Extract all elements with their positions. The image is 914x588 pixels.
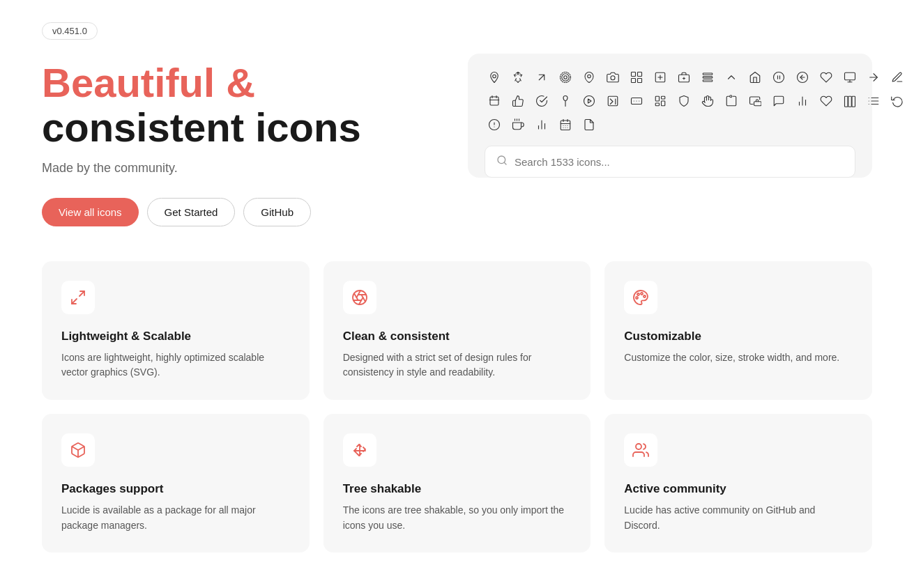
users-icon (632, 442, 649, 458)
hero-left: Beautiful & consistent icons Made by the… (42, 54, 361, 226)
svg-rect-14 (703, 73, 713, 75)
card-packages: Packages support Lucide is available as … (42, 414, 310, 552)
get-started-button[interactable]: Get Started (147, 198, 236, 226)
svg-point-0 (493, 75, 496, 78)
grid-icon-33 (816, 91, 836, 111)
svg-point-4 (588, 75, 591, 78)
svg-point-70 (643, 295, 646, 297)
card-desc-6: Lucide has active community on GitHub an… (624, 503, 853, 533)
svg-point-5 (611, 76, 615, 80)
grid-icon-16 (840, 68, 860, 87)
grid-icon-40 (556, 115, 575, 134)
box-icon-wrap (61, 433, 95, 467)
icon-panel (468, 54, 872, 178)
svg-rect-32 (662, 96, 665, 99)
card-title-6: Active community (624, 482, 853, 496)
card-desc-4: Lucide is available as a package for all… (61, 503, 290, 533)
hero-right (468, 54, 872, 178)
card-title-5: Tree shakable (343, 482, 572, 496)
grid-icon-14 (793, 68, 812, 87)
svg-line-60 (79, 291, 84, 296)
users-icon-wrap (624, 433, 657, 467)
icon-grid (485, 68, 855, 134)
card-community: Active community Lucide has active commu… (604, 414, 872, 552)
svg-point-71 (637, 293, 639, 295)
svg-point-1 (564, 76, 568, 79)
grid-icon-35 (864, 91, 883, 111)
search-icon (496, 155, 508, 169)
cards-section: Lightweight & Scalable Icons are lightwe… (42, 261, 872, 553)
grid-icon-7 (627, 68, 646, 87)
svg-rect-22 (845, 72, 855, 80)
grid-icon-22 (556, 91, 575, 111)
svg-point-17 (774, 72, 784, 83)
svg-rect-15 (703, 77, 713, 78)
svg-rect-16 (703, 80, 713, 82)
grid-icon-18 (888, 68, 907, 87)
palette-icon (632, 289, 649, 306)
github-button[interactable]: GitHub (243, 198, 311, 226)
hero-section: Beautiful & consistent icons Made by the… (42, 54, 872, 226)
grid-icon-37 (485, 115, 504, 134)
card-desc-5: The icons are tree shakable, so you only… (343, 503, 572, 533)
svg-point-2 (562, 74, 570, 82)
svg-rect-31 (655, 96, 659, 101)
grid-icon-1 (485, 68, 504, 87)
card-desc-3: Customize the color, size, stroke width,… (624, 350, 853, 366)
grid-icon-24 (603, 91, 623, 111)
tree-icon (351, 442, 368, 458)
grid-icon-41 (579, 115, 599, 134)
grid-icon-15 (816, 68, 836, 87)
grid-icon-19 (485, 91, 504, 111)
card-title-2: Clean & consistent (343, 330, 572, 343)
svg-line-59 (504, 162, 506, 164)
svg-line-61 (72, 299, 77, 304)
svg-point-69 (641, 293, 643, 295)
svg-marker-27 (588, 99, 592, 103)
card-customizable: Customizable Customize the color, size, … (604, 261, 872, 400)
grid-icon-32 (793, 91, 812, 111)
grid-icon-34 (840, 91, 860, 111)
grid-icon-25 (627, 91, 646, 111)
svg-rect-39 (845, 96, 848, 107)
hero-title-dark: consistent icons (42, 105, 361, 150)
tree-icon-wrap (343, 433, 376, 467)
svg-rect-35 (754, 102, 762, 106)
card-title-3: Customizable (624, 330, 853, 343)
svg-rect-34 (655, 103, 659, 106)
grid-icon-31 (769, 91, 789, 111)
view-all-icons-button[interactable]: View all icons (42, 198, 139, 226)
svg-rect-8 (632, 79, 636, 83)
grid-icon-30 (745, 91, 765, 111)
expand-icon (70, 289, 86, 306)
search-input[interactable] (515, 156, 844, 168)
card-treeshakable: Tree shakable The icons are tree shakabl… (323, 414, 591, 552)
grid-icon-3 (532, 68, 551, 87)
grid-icon-28 (698, 91, 717, 111)
grid-icon-29 (722, 91, 741, 111)
hero-subtitle: Made by the community. (42, 161, 361, 176)
svg-rect-41 (852, 96, 855, 107)
search-bar[interactable] (485, 146, 855, 178)
grid-icon-4 (556, 68, 575, 87)
card-title-1: Lightweight & Scalable (61, 330, 290, 343)
palette-icon-wrap (624, 281, 657, 314)
svg-rect-6 (632, 72, 636, 77)
grid-icon-10 (698, 68, 717, 87)
grid-icon-36 (888, 91, 907, 111)
svg-rect-9 (638, 79, 642, 83)
hero-title-red: Beautiful & (42, 61, 361, 105)
grid-icon-38 (508, 115, 528, 134)
expand-icon-wrap (61, 281, 95, 314)
aperture-icon (351, 289, 368, 306)
grid-icon-8 (650, 68, 670, 87)
box-icon (70, 442, 86, 458)
grid-icon-39 (532, 115, 551, 134)
grid-icon-17 (864, 68, 883, 87)
card-clean: Clean & consistent Designed with a stric… (323, 261, 591, 400)
grid-icon-11 (722, 68, 741, 87)
grid-icon-6 (603, 68, 623, 87)
version-badge: v0.451.0 (42, 22, 98, 40)
grid-icon-23 (579, 91, 599, 111)
svg-point-76 (636, 444, 641, 449)
